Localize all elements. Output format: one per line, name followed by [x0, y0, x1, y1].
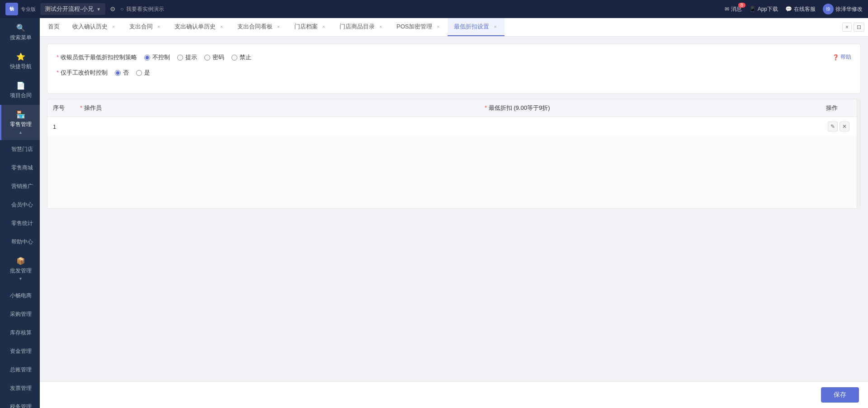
sidebar-label-smart-store: 智慧门店 [11, 145, 33, 153]
table-header-row: 序号 * 操作员 * 最低折扣 (9.00等于9折) 操作 [47, 99, 857, 117]
tab-close-button[interactable]: × [842, 23, 852, 32]
quicknav-icon: ⭐ [16, 52, 25, 61]
tab-store-products-close[interactable]: × [377, 23, 384, 30]
empty-area [47, 136, 857, 208]
radio-option-hint[interactable]: 提示 [177, 53, 197, 61]
sidebar-item-smart-store[interactable]: 智慧门店 [0, 140, 40, 159]
save-button[interactable]: 保存 [821, 387, 859, 403]
app-download-item[interactable]: 📱 App下载 [749, 5, 778, 13]
sidebar-item-funds[interactable]: 资金管理 [0, 342, 40, 361]
radio-option-yes[interactable]: 是 [136, 69, 150, 77]
tab-store-products[interactable]: 门店商品目录 × [333, 18, 390, 36]
sidebar-label-purchase: 采购管理 [10, 310, 32, 318]
sidebar-item-retail-stat[interactable]: 零售统计 [0, 214, 40, 233]
sidebar-item-contract[interactable]: 📄 项目合同 [0, 76, 40, 105]
sidebar-item-purchase[interactable]: 采购管理 [0, 305, 40, 324]
topbar-settings-icon[interactable]: ⚙ [110, 5, 116, 13]
tab-store-file[interactable]: 门店档案 × [288, 18, 333, 36]
radio-forbid[interactable] [231, 55, 237, 61]
sidebar-label-retail: 零售管理 [10, 121, 32, 128]
sidebar-item-member[interactable]: 会员中心 [0, 196, 40, 214]
tab-expense-board-close[interactable]: × [275, 23, 282, 30]
sidebar-item-help[interactable]: 帮助中心 [0, 233, 40, 251]
tab-pos-encrypt-close[interactable]: × [435, 23, 441, 30]
demo-icon: ○ [120, 6, 123, 12]
tab-pos-encrypt-label: POS加密管理 [396, 23, 432, 31]
sidebar-label-ledger: 总账管理 [10, 366, 32, 374]
tab-income-history[interactable]: 收入确认历史 × [66, 18, 123, 36]
radio-option-password[interactable]: 密码 [204, 53, 224, 61]
radio-option-none[interactable]: 不控制 [144, 53, 170, 61]
action-delete-btn[interactable]: ✕ [840, 122, 849, 131]
tab-min-discount-close[interactable]: × [492, 23, 498, 30]
radio-none[interactable] [144, 55, 150, 61]
sidebar-item-retail-mall[interactable]: 零售商城 [0, 159, 40, 177]
form-label-2: 仅手工改价时控制 [57, 69, 108, 77]
sidebar-item-inventory[interactable]: 库存核算 [0, 324, 40, 342]
form-row-1: 收银员低于最低折扣控制策略 不控制 提示 [57, 53, 251, 61]
tab-min-discount[interactable]: 最低折扣设置 × [448, 18, 505, 36]
action-btns: ✎ ✕ [826, 122, 851, 131]
form-label-1: 收银员低于最低折扣控制策略 [57, 53, 137, 61]
tab-pos-encrypt[interactable]: POS加密管理 × [390, 18, 448, 36]
sidebar-item-tax[interactable]: 税务管理 [0, 398, 40, 408]
help-icon: ❓ [832, 54, 839, 61]
form-card: 收银员低于最低折扣控制策略 不控制 提示 [47, 44, 861, 94]
user-item[interactable]: 徐 徐泽华修改 [823, 4, 863, 14]
tab-expense-contract[interactable]: 支出合同 × [123, 18, 168, 36]
radio-group-2: 否 是 [115, 69, 150, 77]
radio-password[interactable] [204, 55, 210, 61]
user-name: 徐泽华修改 [835, 5, 863, 13]
col-header-seq: 序号 [47, 99, 75, 117]
sidebar-label-tax: 税务管理 [10, 403, 32, 408]
avatar: 徐 [823, 4, 834, 14]
tab-income-history-label: 收入确认历史 [72, 23, 108, 31]
message-badge: 8 [738, 3, 745, 8]
tab-window-button[interactable]: ⊡ [854, 23, 864, 32]
radio-hint[interactable] [177, 55, 183, 61]
cell-discount [479, 117, 821, 136]
tab-income-history-close[interactable]: × [110, 23, 117, 30]
message-item[interactable]: ✉ 消息 8 [725, 5, 742, 13]
tab-expense-board[interactable]: 支出合同看板 × [231, 18, 288, 36]
radio-option-no[interactable]: 否 [115, 69, 129, 77]
sidebar-item-quicknav[interactable]: ⭐ 快捷导航 [0, 47, 40, 76]
tab-expense-history[interactable]: 支出确认单历史 × [168, 18, 231, 36]
cell-seq: 1 [47, 117, 75, 136]
tab-bar: 首页 收入确认历史 × 支出合同 × 支出确认单历史 × 支出合同看板 × 门店… [40, 18, 868, 37]
sidebar-label-retail-stat: 零售统计 [11, 220, 33, 227]
sidebar-label-quicknav: 快捷导航 [10, 63, 32, 70]
tab-expense-contract-close[interactable]: × [156, 23, 162, 30]
tab-home[interactable]: 首页 [42, 18, 66, 36]
sidebar-item-marketing[interactable]: 营销推广 [0, 177, 40, 196]
logo: 畅 专业版 [5, 3, 36, 15]
topbar: 畅 专业版 测试分开流程-小兄 ▼ ⚙ ○ 我要看实例演示 ✉ 消息 8 📱 A… [0, 0, 868, 18]
form-row-2: 仅手工改价时控制 否 是 [57, 69, 251, 77]
sidebar-item-ledger[interactable]: 总账管理 [0, 361, 40, 379]
sidebar-item-invoice[interactable]: 发票管理 [0, 379, 40, 398]
demo-link[interactable]: ○ 我要看实例演示 [120, 5, 164, 13]
project-selector[interactable]: 测试分开流程-小兄 ▼ [40, 3, 105, 15]
radio-no-label: 否 [123, 69, 129, 77]
radio-no[interactable] [115, 70, 121, 76]
customer-service-item[interactable]: 💬 在线客服 [785, 5, 816, 13]
radio-hint-label: 提示 [185, 53, 197, 61]
sidebar-item-wholesale[interactable]: 📦 批发管理 ▼ [0, 251, 40, 286]
customer-service-label: 在线客服 [794, 5, 816, 13]
sidebar-label-help: 帮助中心 [11, 238, 33, 246]
table-scrollbar[interactable] [857, 99, 860, 208]
sidebar-item-retail[interactable]: 🏪 零售管理 ▲ [0, 105, 40, 140]
tab-expense-board-label: 支出合同看板 [237, 23, 273, 31]
action-edit-btn[interactable]: ✎ [828, 122, 838, 131]
tab-store-file-close[interactable]: × [321, 23, 327, 30]
tab-expense-history-close[interactable]: × [218, 23, 225, 30]
radio-forbid-label: 禁止 [240, 53, 251, 61]
app-download-label: App下载 [758, 5, 778, 13]
col-header-action: 操作 [821, 99, 857, 117]
sidebar-item-ecommerce[interactable]: 小畅电商 [0, 286, 40, 305]
sidebar-item-search[interactable]: 🔍 搜索菜单 [0, 18, 40, 47]
tab-store-file-label: 门店档案 [294, 23, 318, 31]
radio-option-forbid[interactable]: 禁止 [231, 53, 251, 61]
radio-yes[interactable] [136, 70, 142, 76]
help-link[interactable]: ❓ 帮助 [832, 53, 851, 61]
